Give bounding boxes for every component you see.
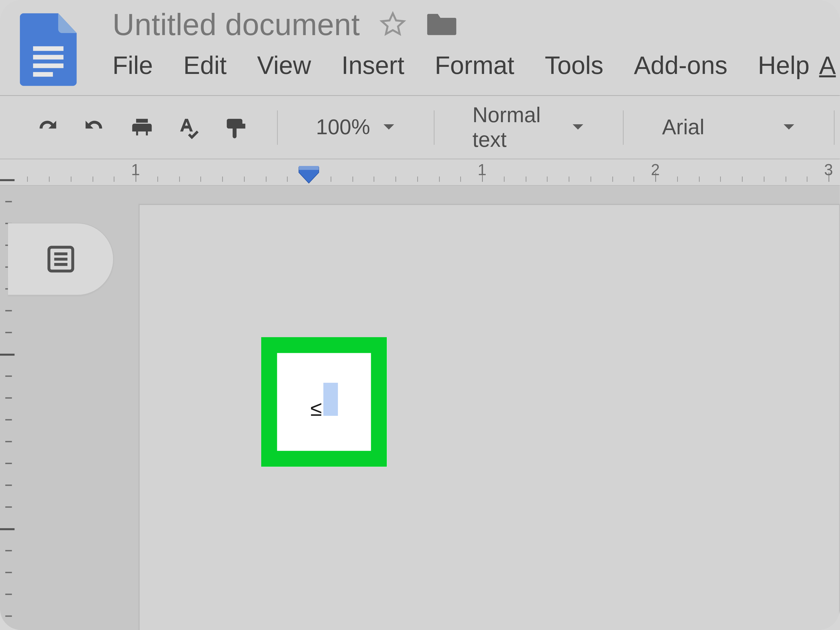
document-selected-text[interactable]: ≤ — [310, 397, 322, 421]
font-value: Arial — [662, 115, 704, 140]
spellcheck-icon[interactable] — [177, 113, 201, 141]
text-selection-highlight — [323, 383, 338, 416]
menu-truncated[interactable]: A — [819, 52, 836, 80]
zoom-dropdown[interactable]: 100% — [306, 109, 404, 146]
svg-rect-4 — [299, 166, 319, 170]
menu-tools[interactable]: Tools — [545, 52, 603, 80]
toolbar: 100% Normal text Arial — [0, 96, 840, 159]
docs-logo-icon[interactable] — [20, 13, 77, 86]
horizontal-ruler[interactable]: 1 1 2 3 — [0, 159, 840, 186]
ruler-number: 1 — [131, 161, 140, 180]
menu-addons[interactable]: Add-ons — [634, 52, 728, 80]
toolbar-separator — [277, 110, 278, 145]
svg-rect-1 — [33, 55, 63, 60]
font-dropdown[interactable]: Arial — [653, 109, 805, 146]
redo-icon[interactable] — [83, 113, 106, 141]
zoom-value: 100% — [316, 115, 370, 140]
chevron-down-icon — [382, 123, 395, 132]
menu-insert[interactable]: Insert — [341, 52, 404, 80]
menu-help[interactable]: Help — [758, 52, 810, 80]
move-folder-icon[interactable] — [426, 11, 458, 38]
indent-marker-icon[interactable] — [298, 166, 320, 184]
undo-icon[interactable] — [36, 113, 59, 141]
toolbar-separator — [434, 110, 434, 145]
chevron-down-icon — [572, 123, 584, 132]
svg-rect-2 — [33, 63, 63, 68]
document-page[interactable] — [139, 204, 840, 630]
outline-toggle-button[interactable] — [8, 223, 114, 296]
highlight-callout: ≤ — [261, 337, 387, 467]
toolbar-separator — [623, 110, 624, 145]
menu-view[interactable]: View — [257, 52, 311, 80]
paint-format-icon[interactable] — [224, 113, 248, 141]
work-area: 1 1 2 3 — [0, 159, 840, 630]
paragraph-style-value: Normal text — [472, 103, 560, 152]
svg-rect-0 — [33, 46, 63, 51]
ruler-number: 1 — [478, 161, 486, 180]
menu-edit[interactable]: Edit — [183, 52, 227, 80]
menu-bar: File Edit View Insert Format Tools Add-o… — [112, 52, 810, 80]
toolbar-separator — [834, 110, 834, 145]
menu-format[interactable]: Format — [435, 52, 514, 80]
header-bar: Untitled document File Edit View Insert … — [0, 0, 840, 96]
svg-rect-3 — [33, 72, 53, 77]
ruler-number: 3 — [824, 161, 833, 180]
ruler-number: 2 — [651, 161, 660, 180]
chevron-down-icon — [782, 123, 796, 132]
paragraph-style-dropdown[interactable]: Normal text — [463, 109, 594, 146]
menu-file[interactable]: File — [112, 52, 153, 80]
print-icon[interactable] — [130, 113, 153, 141]
star-outline-icon[interactable] — [379, 10, 407, 39]
document-title[interactable]: Untitled document — [112, 6, 360, 42]
